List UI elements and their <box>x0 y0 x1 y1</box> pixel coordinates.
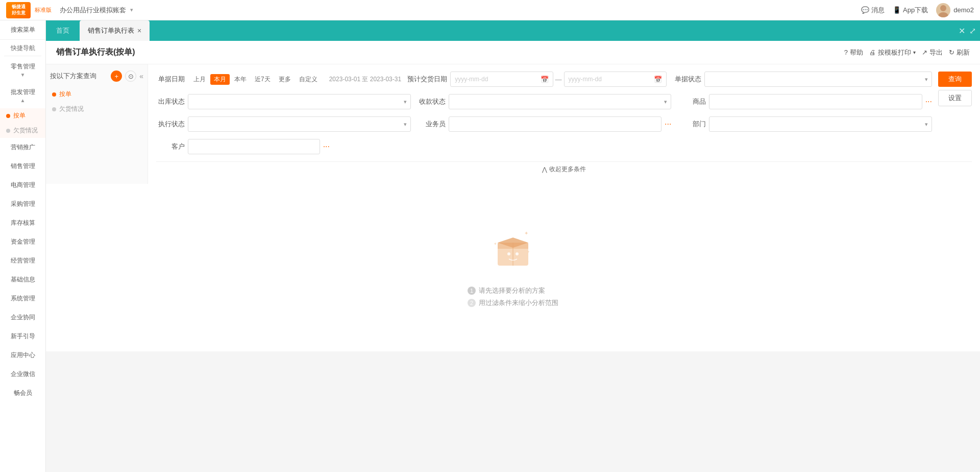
scheme-title-label: 按以下方案查询 <box>50 72 96 81</box>
salesperson-input[interactable] <box>449 116 662 132</box>
svg-point-1 <box>938 12 948 17</box>
status-select[interactable]: 全部 草稿 审核中 已审核 <box>704 72 932 87</box>
sidebar-item-label: 企业协同 <box>11 313 35 322</box>
scheme-item-andon[interactable]: 按单 <box>50 87 143 102</box>
collapse-button[interactable]: ⋀ 收起更多条件 <box>542 165 586 174</box>
export-button[interactable]: ↗ 导出 <box>922 48 943 57</box>
scheme-item-receivable[interactable]: 欠货情况 <box>50 102 143 116</box>
sidebar-sub-andon[interactable]: 按单 <box>0 108 45 123</box>
settings-button[interactable]: 设置 <box>938 90 972 106</box>
sidebar-item-inventory[interactable]: 库存核算 <box>0 214 45 232</box>
sidebar-quick-nav[interactable]: 快捷导航 <box>0 40 45 55</box>
date-tab-this-month[interactable]: 本月 <box>210 74 230 85</box>
date-tab-this-year[interactable]: 本年 <box>231 74 250 85</box>
filter-panel: 按以下方案查询 + ⊙ « 按单 <box>46 64 980 184</box>
date-tab-more[interactable]: 更多 <box>275 74 295 85</box>
dropdown-arrow-icon[interactable]: ▾ <box>130 7 133 13</box>
tab-home[interactable]: 首页 <box>46 20 80 41</box>
sidebar-item-marketing[interactable]: 营销推广 <box>0 138 45 157</box>
sidebar-item-newcomer[interactable]: 新手引导 <box>0 327 45 346</box>
user-profile-button[interactable]: demo2 <box>936 3 974 17</box>
close-tab-icon[interactable]: ✕ <box>959 26 965 36</box>
sidebar-item-sales[interactable]: 销售管理 <box>0 157 45 176</box>
customer-label: 客户 <box>156 142 185 151</box>
app-layout: 畅捷通好生意 标准版 办公用品行业模拟账套 ▾ 💬 消息 📱 App下载 dem… <box>0 0 980 472</box>
date-tab-last7[interactable]: 近7天 <box>251 74 274 85</box>
date-tabs: 上月 本月 本年 近7天 更多 自定义 <box>190 74 321 85</box>
sidebar-item-operation[interactable]: 经营管理 <box>0 251 45 270</box>
payment-select[interactable]: 全部 未收款 部分收款 全部收款 <box>449 94 672 109</box>
sidebar-item-enterprise[interactable]: 企业协同 <box>0 308 45 327</box>
print-icon: 🖨 <box>869 49 876 56</box>
sidebar-item-ecommerce[interactable]: 电商管理 <box>0 176 45 195</box>
date-tab-last-month[interactable]: 上月 <box>190 74 209 85</box>
out-status-label: 出库状态 <box>156 97 185 106</box>
print-button[interactable]: 🖨 按模板打印 ▾ <box>869 48 916 57</box>
chevron-up-icon: ▲ <box>20 98 26 103</box>
department-select[interactable]: 全部 <box>709 116 932 132</box>
sidebar-item-appstore[interactable]: 应用中心 <box>0 346 45 365</box>
goods-more-icon[interactable]: ··· <box>925 97 932 106</box>
svg-point-0 <box>940 5 946 11</box>
sidebar-item-wechat[interactable]: 企业微信 <box>0 365 45 384</box>
maximize-icon[interactable]: ⤢ <box>969 26 976 36</box>
refresh-label: 刷新 <box>957 48 970 57</box>
exec-status-select[interactable]: 全部 未执行 部分执行 全部执行 <box>188 116 411 132</box>
tab-close-icon[interactable]: × <box>137 27 141 35</box>
date-tab-custom[interactable]: 自定义 <box>296 74 321 85</box>
sidebar-item-basic[interactable]: 基础信息 <box>0 270 45 289</box>
search-button[interactable]: 查询 <box>938 72 972 87</box>
filter-inputs: 单据日期 上月 本月 本年 近7天 更多 自定义 <box>156 72 932 161</box>
filter-status-field: 单据状态 全部 草稿 审核中 已审核 <box>673 72 932 87</box>
tip-text-1: 请先选择要分析的方案 <box>479 286 545 295</box>
refresh-button[interactable]: ↻ 刷新 <box>949 48 970 57</box>
collapse-scheme-icon[interactable]: « <box>139 72 143 80</box>
sidebar-item-finance[interactable]: 资金管理 <box>0 232 45 251</box>
sidebar-item-label: 畅会员 <box>14 389 32 397</box>
salesperson-more-icon[interactable]: ··· <box>665 120 671 129</box>
wholesale-submenu: 按单 欠货情况 <box>0 108 45 138</box>
expected-date-start[interactable]: yyyy-mm-dd 📅 <box>450 72 553 87</box>
top-bar: 畅捷通好生意 标准版 办公用品行业模拟账套 ▾ 💬 消息 📱 App下载 dem… <box>0 0 980 20</box>
help-button[interactable]: ? 帮助 <box>844 48 863 57</box>
scheme-actions: + ⊙ « <box>111 70 143 82</box>
date-range-display: 2023-03-01 至 2023-03-31 <box>329 75 401 84</box>
expected-date-end[interactable]: yyyy-mm-dd 📅 <box>564 72 667 87</box>
filter-date-field: 单据日期 上月 本月 本年 近7天 更多 自定义 <box>156 74 321 85</box>
svg-point-9 <box>507 252 510 255</box>
app-download-button[interactable]: 📱 App下载 <box>893 6 928 15</box>
out-status-select[interactable]: 全部 未出库 部分出库 全部出库 <box>188 94 411 109</box>
messages-label: 消息 <box>871 6 885 15</box>
filter-row-2: 出库状态 全部 未出库 部分出库 全部出库 <box>156 94 932 109</box>
active-dot-icon <box>6 114 10 118</box>
sidebar-item-label: 应用中心 <box>11 351 35 360</box>
phone-icon: 📱 <box>893 6 901 14</box>
sidebar-item-retail[interactable]: 零售管理 ▼ <box>0 57 45 83</box>
sidebar-item-wholesale[interactable]: 批发管理 ▲ <box>0 83 45 108</box>
sidebar-item-system[interactable]: 系统管理 <box>0 289 45 308</box>
tab-sales-order[interactable]: 销售订单执行表 × <box>80 20 150 41</box>
settings-scheme-button[interactable]: ⊙ <box>125 70 136 82</box>
messages-button[interactable]: 💬 消息 <box>861 6 885 15</box>
tip-num-1: 1 <box>468 287 476 295</box>
page-header: 销售订单执行表(按单) ? 帮助 🖨 按模板打印 ▾ ↗ <box>46 41 980 64</box>
message-icon: 💬 <box>861 6 869 14</box>
goods-input[interactable] <box>709 94 922 109</box>
filter-customer-field: 客户 ··· <box>156 139 330 154</box>
expected-date-range: yyyy-mm-dd 📅 — yyyy-mm-dd 📅 <box>450 72 667 87</box>
top-bar-left: 畅捷通好生意 标准版 办公用品行业模拟账套 ▾ <box>6 2 133 18</box>
customer-input[interactable] <box>188 139 320 154</box>
sidebar-sub-receivable[interactable]: 欠货情况 <box>0 123 45 138</box>
status-select-wrap: 全部 草稿 审核中 已审核 ▾ <box>704 72 932 87</box>
scheme-dot <box>52 107 56 111</box>
sidebar-item-member[interactable]: 畅会员 <box>0 384 45 403</box>
scheme-receivable-label: 欠货情况 <box>59 105 84 113</box>
empty-tip-1: 1 请先选择要分析的方案 <box>468 286 558 295</box>
empty-tips: 1 请先选择要分析的方案 2 用过滤条件来缩小分析范围 <box>468 286 558 311</box>
add-scheme-button[interactable]: + <box>111 70 122 82</box>
search-buttons: 查询 设置 <box>938 72 972 106</box>
customer-more-icon[interactable]: ··· <box>323 142 330 151</box>
logo-text: 畅捷通好生意 <box>12 4 26 16</box>
sidebar-item-purchase[interactable]: 采购管理 <box>0 195 45 214</box>
sidebar-search[interactable]: 搜索菜单 <box>0 20 45 40</box>
